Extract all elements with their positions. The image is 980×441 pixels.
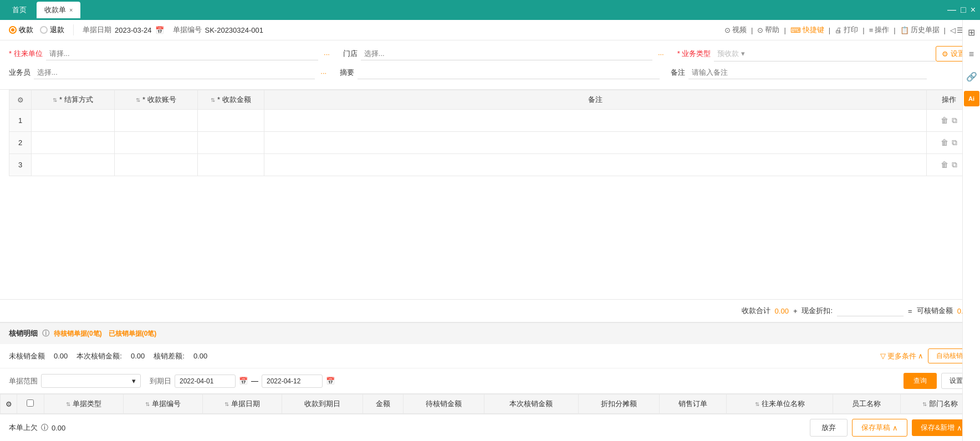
store-input[interactable] [361,47,652,60]
more-conditions-btn[interactable]: ▽ 更多条件 ∧ [880,351,923,361]
staff-name-header: 员工名称 [833,394,901,414]
sidebar-list-icon[interactable]: ≡ [964,47,979,62]
history-action[interactable]: 📋 历史单据 [900,25,940,35]
shortcut-label: 快捷键 [803,25,824,35]
reconcile-info-icon[interactable]: ⓘ [42,329,49,339]
abandon-button[interactable]: 放弃 [810,419,848,437]
delete-icon-3[interactable]: 🗑 [941,160,948,170]
staff-input[interactable] [34,66,315,79]
pending-tab[interactable]: 待核销单据(0笔) [54,329,102,339]
partner-more-icon[interactable]: ··· [321,50,332,58]
video-action[interactable]: ⊙ 视频 [724,25,747,35]
filter-row: 单据范围 ▾ 到期日 📅 — 📅 查询 设置 [0,368,980,393]
calendar-from-icon[interactable]: 📅 [239,377,248,385]
staff-name-label: 员工名称 [852,399,881,408]
maximize-btn[interactable]: □ [961,5,966,15]
operation-action[interactable]: ≡ 操作 [869,25,890,35]
tab-close-icon[interactable]: × [69,7,73,13]
copy-icon-3[interactable]: ⧉ [952,160,957,170]
account-cell-1[interactable] [115,110,198,132]
filter-icon: ▽ [880,352,886,360]
table-gear-icon[interactable]: ⚙ [6,400,12,408]
print-action[interactable]: 🖨 打印 [835,25,858,35]
remark-cell-2[interactable] [264,132,927,154]
window-controls: — □ × [947,5,976,15]
summary-field: 摘要 [340,66,660,79]
help-action[interactable]: ⊙ 帮助 [757,25,779,35]
balance-label: 本单上欠 [9,423,38,433]
amount-cell-1[interactable] [198,110,264,132]
staff-label: 业务员 [9,68,30,78]
sort-doc-type[interactable]: ⇅ [66,401,70,407]
account-cell-3[interactable] [115,154,198,176]
delete-icon-2[interactable]: 🗑 [941,138,948,147]
available-label: 可核销金额 [917,306,953,316]
tab-receipt[interactable]: 收款单 × [37,2,80,18]
shortcut-action[interactable]: ⌨ 快捷键 [790,25,824,35]
date-to-input[interactable] [262,375,323,388]
pending-amount-label: 待核销金额 [426,399,462,408]
store-more-icon[interactable]: ··· [656,50,666,58]
sort-arrows-account[interactable]: ⇅ [136,97,140,103]
tab-receipt-label: 收款单 [44,5,66,15]
pending-amount-header: 待核销金额 [404,394,484,414]
grid-view-icon[interactable]: ◁ [950,26,956,34]
copy-icon-2[interactable]: ⧉ [952,138,957,147]
remark-cell-1[interactable] [264,110,927,132]
query-button[interactable]: 查询 [904,373,937,389]
done-tab[interactable]: 已核销单据(0笔) [109,329,157,339]
doc-date-value: 2023-03-24 [115,26,152,34]
sidebar-camera-icon[interactable]: Ai [964,91,979,106]
sort-partner[interactable]: ⇅ [755,401,759,407]
select-all-checkbox[interactable] [27,399,34,407]
biz-type-arrow: ▾ [741,49,745,58]
sidebar-table-icon[interactable]: ⊞ [964,24,979,40]
gear-header[interactable]: ⚙ [9,90,32,110]
settle-cell-1[interactable] [32,110,115,132]
radio-refund[interactable]: 退款 [40,25,64,35]
sort-doc-date[interactable]: ⇅ [224,401,229,407]
sort-dept[interactable]: ⇅ [922,401,927,407]
keyboard-icon: ⌨ [790,26,801,34]
minimize-btn[interactable]: — [947,5,956,15]
form-area: * 往来单位 ··· 门店 ··· * 业务类型 预收款 ▾ ⚙ 设置 [0,40,980,90]
table-settings-icon[interactable]: ⚙ [17,96,24,104]
reconcile-stats: 未核销金额 0.00 本次核销金额: 0.00 核销差额: 0.00 ▽ 更多条… [0,344,980,368]
discount-input[interactable] [837,305,904,316]
remark-cell-3[interactable] [264,154,927,176]
doc-no-header: ⇅ 单据编号 [123,394,202,414]
date-from-input[interactable] [175,375,236,388]
account-cell-2[interactable] [115,132,198,154]
doc-no-value: SK-20230324-001 [205,26,264,34]
partner-name-header: ⇅ 往来单位名称 [727,394,833,414]
remark-input[interactable] [688,66,927,79]
partner-input[interactable] [46,47,318,60]
settle-cell-3[interactable] [32,154,115,176]
range-select[interactable]: ▾ [41,374,141,388]
doc-no-field: 单据编号 SK-20230324-001 [173,25,264,35]
biz-type-select[interactable]: 预收款 ▾ [714,47,936,61]
calendar-icon[interactable]: 📅 [155,26,164,34]
biz-type-field: * 业务类型 预收款 ▾ [677,47,936,61]
amount-cell-2[interactable] [198,132,264,154]
reconcile-tabs: 待核销单据(0笔) 已核销单据(0笔) [54,329,156,339]
video-label: 视频 [732,25,747,35]
settle-cell-2[interactable] [32,132,115,154]
sep5: | [894,26,895,34]
calendar-to-icon[interactable]: 📅 [326,377,335,385]
balance-value: 0.00 [52,424,65,432]
copy-icon-1[interactable]: ⧉ [952,116,957,125]
store-label: 门店 [343,49,358,59]
sort-arrows-amount[interactable]: ⇅ [211,97,215,103]
tab-home[interactable]: 首页 [4,2,34,18]
radio-receipt[interactable]: 收款 [9,25,33,35]
sort-arrows-settle[interactable]: ⇅ [53,97,57,103]
sidebar-link-icon[interactable]: 🔗 [964,69,979,84]
amount-cell-3[interactable] [198,154,264,176]
sort-doc-no[interactable]: ⇅ [145,401,150,407]
save-draft-button[interactable]: 保存草稿 ∧ [852,419,907,437]
delete-icon-1[interactable]: 🗑 [941,116,948,125]
close-btn[interactable]: × [971,5,976,15]
summary-input[interactable] [358,66,660,79]
staff-more-icon[interactable]: ··· [318,69,329,77]
